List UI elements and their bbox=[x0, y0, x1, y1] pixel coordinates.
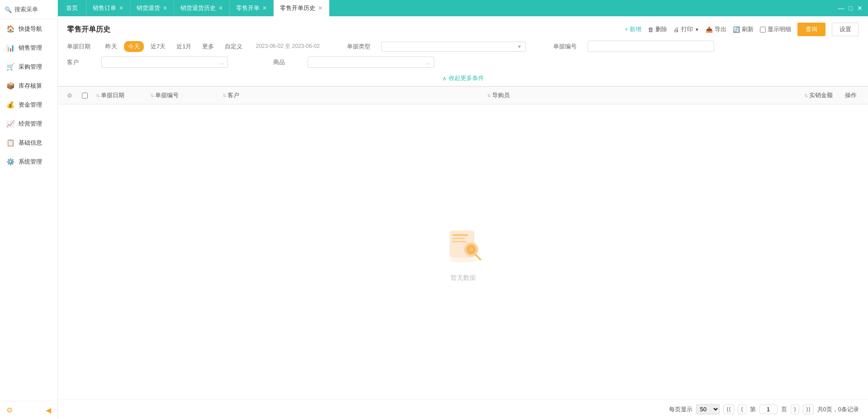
sidebar-item-label: 库存核算 bbox=[19, 82, 42, 90]
svg-rect-2 bbox=[452, 234, 468, 236]
query-button[interactable]: 查询 bbox=[797, 23, 825, 36]
date-btn-custom[interactable]: 自定义 bbox=[221, 41, 247, 52]
first-page-btn[interactable]: ⟨⟨ bbox=[723, 405, 734, 414]
search-icon: 🔍 bbox=[5, 6, 12, 13]
sidebar-bottom: ⚙ ◀ bbox=[0, 401, 57, 419]
last-page-btn[interactable]: ⟩⟩ bbox=[803, 405, 814, 414]
display-detail-checkbox-label[interactable]: 显示明细 bbox=[760, 25, 791, 33]
sidebar-item-basic-info[interactable]: 📋 基础信息 bbox=[0, 133, 57, 152]
type-filter-select[interactable]: ▼ bbox=[381, 42, 526, 52]
main-area: 首页 销售订单 ✕ 销货退货 ✕ 销货退货历史 ✕ 零售开单 ✕ 零售开单历史 … bbox=[58, 0, 868, 419]
print-button[interactable]: 🖨 打印 ▼ bbox=[674, 25, 699, 33]
th-amount: ⇅ 实销金额 bbox=[792, 91, 837, 99]
maximize-btn[interactable]: □ bbox=[849, 5, 853, 12]
date-btn-1month[interactable]: 近1月 bbox=[172, 41, 195, 52]
tab-sales-return-history-label: 销货退货历史 bbox=[180, 4, 216, 12]
next-page-btn[interactable]: ⟩ bbox=[791, 405, 799, 414]
sidebar: 🔍 搜索采单 🏠 快捷导航 📊 销售管理 🛒 采购管理 📦 库存核算 💰 资金管… bbox=[0, 0, 58, 419]
th-settings[interactable]: ⚙ bbox=[62, 92, 78, 99]
customer-filter-input[interactable]: ... bbox=[101, 56, 228, 68]
tab-retail-open-history[interactable]: 零售开单历史 ✕ bbox=[274, 0, 329, 16]
sidebar-item-label: 销售管理 bbox=[19, 44, 42, 52]
sort-icon-customer[interactable]: ⇅ bbox=[223, 93, 226, 98]
collapse-bar[interactable]: ∧ 收起更多条件 bbox=[67, 72, 859, 86]
date-filters: 昨天 今天 近7天 近1月 更多 自定义 bbox=[101, 41, 247, 52]
page-label: 第 bbox=[750, 405, 756, 414]
sidebar-item-label: 采购管理 bbox=[19, 63, 42, 71]
display-detail-checkbox[interactable] bbox=[760, 27, 766, 33]
select-all-checkbox[interactable] bbox=[82, 93, 88, 99]
goods-dots[interactable]: ... bbox=[425, 59, 430, 66]
sidebar-item-quick-nav[interactable]: 🏠 快捷导航 bbox=[0, 19, 57, 38]
date-btn-today[interactable]: 今天 bbox=[124, 41, 144, 52]
tab-sales-order[interactable]: 销售订单 ✕ bbox=[86, 0, 130, 16]
sidebar-item-label: 基础信息 bbox=[19, 139, 42, 147]
toolbar: + 新增 🗑 删除 🖨 打印 ▼ 📤 导出 🔄 bbox=[625, 23, 859, 36]
tab-retail-open-history-close[interactable]: ✕ bbox=[318, 5, 323, 11]
inventory-icon: 📦 bbox=[6, 82, 15, 90]
settings-bottom-icon[interactable]: ⚙ bbox=[6, 406, 13, 414]
sales-icon: 📊 bbox=[6, 44, 15, 52]
sidebar-item-purchase-mgmt[interactable]: 🛒 采购管理 bbox=[0, 57, 57, 76]
tab-home[interactable]: 首页 bbox=[58, 0, 86, 16]
sidebar-item-operations[interactable]: 📈 经营管理 bbox=[0, 114, 57, 133]
date-btn-yesterday[interactable]: 昨天 bbox=[101, 41, 121, 52]
content-area: 零售开单历史 + 新增 🗑 删除 🖨 打印 ▼ 📤 导出 bbox=[58, 16, 868, 419]
refresh-button[interactable]: 🔄 刷新 bbox=[733, 25, 754, 33]
tab-sales-order-label: 销售订单 bbox=[93, 4, 116, 12]
th-order-no: ⇅ 单据编号 bbox=[146, 91, 218, 99]
sidebar-item-sales-mgmt[interactable]: 📊 销售管理 bbox=[0, 38, 57, 57]
date-btn-more[interactable]: 更多 bbox=[198, 41, 218, 52]
svg-point-6 bbox=[466, 244, 477, 255]
pagination: 每页显示 50 100 200 ⟨⟨ ⟨ 第 页 ⟩ ⟩⟩ 共0页，0条记录 bbox=[58, 399, 868, 419]
tab-sales-return-label: 销货退货 bbox=[137, 4, 160, 12]
tabs-bar: 首页 销售订单 ✕ 销货退货 ✕ 销货退货历史 ✕ 零售开单 ✕ 零售开单历史 … bbox=[58, 0, 868, 16]
page-input[interactable] bbox=[759, 405, 778, 414]
th-checkbox[interactable] bbox=[78, 93, 91, 99]
svg-rect-4 bbox=[452, 241, 467, 242]
svg-line-7 bbox=[476, 255, 480, 259]
prev-page-btn[interactable]: ⟨ bbox=[738, 405, 746, 414]
date-btn-7days[interactable]: 近7天 bbox=[147, 41, 170, 52]
sidebar-item-finance[interactable]: 💰 资金管理 bbox=[0, 95, 57, 114]
customer-dots[interactable]: ... bbox=[219, 59, 224, 66]
sort-icon-guide[interactable]: ⇅ bbox=[487, 93, 491, 98]
settings-button[interactable]: 设置 bbox=[832, 23, 859, 36]
sidebar-item-system[interactable]: ⚙️ 系统管理 bbox=[0, 152, 57, 171]
collapse-sidebar-icon[interactable]: ◀ bbox=[46, 406, 51, 414]
type-dropdown-icon: ▼ bbox=[517, 44, 522, 49]
filter-row-1: 单据日期 昨天 今天 近7天 近1月 更多 自定义 2023-06-02 至 2… bbox=[67, 41, 859, 52]
tab-sales-order-close[interactable]: ✕ bbox=[119, 5, 123, 11]
tab-sales-return-history-close[interactable]: ✕ bbox=[218, 5, 223, 11]
delete-button[interactable]: 🗑 删除 bbox=[648, 25, 667, 33]
table-area: ⚙ ⇅ 单据日期 ⇅ 单据编号 ⇅ 客户 ⇅ 导购员 bbox=[58, 86, 868, 399]
collapse-label: 收起更多条件 bbox=[449, 74, 484, 82]
sort-icon[interactable]: ⇅ bbox=[96, 93, 100, 98]
page-header: 零售开单历史 + 新增 🗑 删除 🖨 打印 ▼ 📤 导出 bbox=[58, 16, 868, 86]
th-date: ⇅ 单据日期 bbox=[91, 91, 146, 99]
refresh-icon: 🔄 bbox=[733, 26, 740, 33]
sidebar-search[interactable]: 🔍 搜索采单 bbox=[0, 0, 57, 19]
close-btn[interactable]: ✕ bbox=[857, 5, 863, 12]
goods-filter-label: 商品 bbox=[273, 58, 299, 66]
finance-icon: 💰 bbox=[6, 101, 15, 109]
order-no-label: 单据编号 bbox=[553, 42, 579, 51]
tab-retail-open[interactable]: 零售开单 ✕ bbox=[230, 0, 274, 16]
tab-sales-return[interactable]: 销货退货 ✕ bbox=[130, 0, 174, 16]
sidebar-item-inventory[interactable]: 📦 库存核算 bbox=[0, 76, 57, 95]
system-icon: ⚙️ bbox=[6, 158, 15, 166]
tab-sales-return-history[interactable]: 销货退货历史 ✕ bbox=[174, 0, 230, 16]
window-controls: — □ ✕ bbox=[838, 5, 868, 12]
sort-icon-amount[interactable]: ⇅ bbox=[804, 93, 808, 98]
tab-sales-return-close[interactable]: ✕ bbox=[163, 5, 167, 11]
table-header: ⚙ ⇅ 单据日期 ⇅ 单据编号 ⇅ 客户 ⇅ 导购员 bbox=[58, 86, 868, 104]
sort-icon-orderno[interactable]: ⇅ bbox=[150, 93, 154, 98]
minimize-btn[interactable]: — bbox=[838, 5, 844, 12]
per-page-select[interactable]: 50 100 200 bbox=[696, 404, 720, 414]
add-button[interactable]: + 新增 bbox=[625, 25, 641, 33]
order-no-input[interactable] bbox=[588, 41, 714, 52]
page-suffix: 页 bbox=[781, 405, 787, 414]
tab-retail-open-close[interactable]: ✕ bbox=[262, 5, 267, 11]
export-button[interactable]: 📤 导出 bbox=[706, 25, 726, 33]
goods-filter-input[interactable]: ... bbox=[308, 56, 434, 68]
